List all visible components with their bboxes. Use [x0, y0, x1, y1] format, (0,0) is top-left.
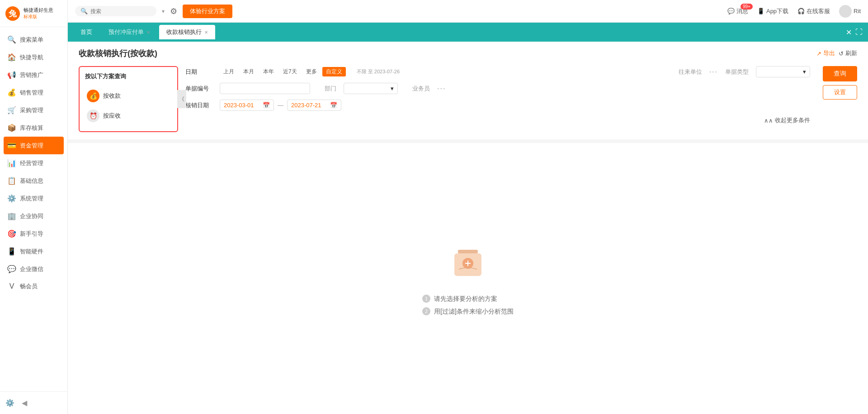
- tab-receivable-label: 收款核销执行: [166, 28, 202, 36]
- sidebar-item-member[interactable]: V 畅会员: [0, 278, 67, 295]
- date-opt-last-month[interactable]: 上月: [220, 67, 238, 76]
- sidebar-item-label: 企业微信: [20, 265, 43, 273]
- department-select[interactable]: ▾: [344, 83, 398, 94]
- sidebar-item-hardware[interactable]: 📱 智能硬件: [0, 243, 67, 260]
- writeoff-date-label: 核销日期: [185, 101, 212, 109]
- date-sub-text: 不限 至 2023-07-26: [357, 68, 400, 75]
- collapse-sidebar-icon[interactable]: ◀: [22, 399, 27, 407]
- collapse-more-button[interactable]: ∧∧ 收起更多条件: [764, 116, 810, 124]
- calendar-from-icon: 📅: [263, 102, 270, 109]
- sidebar-item-weixin[interactable]: 💬 企业微信: [0, 260, 67, 278]
- search-menu-icon: 🔍: [7, 35, 16, 44]
- tab-receivable-close-icon[interactable]: ✕: [204, 30, 208, 35]
- query-button[interactable]: 查询: [823, 66, 857, 81]
- query-option-by-receivable[interactable]: ⏰ 按应收: [85, 106, 172, 126]
- tab-close-window-icon[interactable]: ✕: [846, 28, 852, 37]
- content-area: 1 请先选择要分析的方案 2 用[过滤]条件来缩小分析范围: [68, 143, 868, 414]
- export-button[interactable]: ↗ 导出: [816, 49, 835, 57]
- sidebar-item-label: 系统管理: [20, 195, 43, 203]
- topbar-search-box[interactable]: 🔍: [75, 6, 156, 16]
- empty-illustration: [445, 240, 491, 285]
- sidebar-item-marketing[interactable]: 📢 营销推广: [0, 66, 67, 84]
- industry-solution-button[interactable]: 体验行业方案: [183, 5, 232, 18]
- hardware-icon: 📱: [7, 247, 16, 256]
- logo-text-block: 畅捷通好生意 标准版: [24, 7, 53, 20]
- sidebar: 兔 畅捷通好生意 标准版 🔍 搜索菜单 🏠 快捷导航 📢 营销推广 💰 销售管理…: [0, 0, 68, 414]
- avatar: [839, 5, 852, 18]
- doc-no-label: 单据编号: [185, 85, 212, 93]
- tab-home[interactable]: 首页: [73, 25, 99, 39]
- topbar-gear-icon[interactable]: ⚙: [170, 6, 177, 16]
- user-profile[interactable]: Rit: [839, 5, 861, 18]
- sidebar-item-basic-info[interactable]: 📋 基础信息: [0, 172, 67, 190]
- sidebar-item-label: 采购管理: [20, 106, 43, 114]
- sidebar-item-search-menu[interactable]: 🔍 搜索菜单: [0, 31, 67, 48]
- date-opt-custom[interactable]: 自定义: [322, 67, 346, 76]
- tab-receivable-offset[interactable]: 收款核销执行 ✕: [159, 25, 215, 39]
- doc-no-input[interactable]: [220, 83, 310, 94]
- date-opt-this-month[interactable]: 本月: [240, 67, 258, 76]
- date-options: 上月 本月 本年 近7天 更多 自定义: [220, 67, 346, 76]
- topbar-chevron-icon[interactable]: ▾: [162, 8, 165, 14]
- sidebar-item-quick-nav[interactable]: 🏠 快捷导航: [0, 48, 67, 66]
- writeoff-to-value: 2023-07-21: [291, 102, 321, 109]
- sidebar-item-enterprise[interactable]: 🏢 企业协同: [0, 207, 67, 225]
- writeoff-from-value: 2023-03-01: [224, 102, 254, 109]
- online-service-label: 在线客服: [807, 7, 830, 15]
- counterpart-dots[interactable]: ···: [709, 68, 718, 76]
- collapse-up-icon: ∧∧: [764, 117, 773, 124]
- filter-area: 按以下方案查询 💰 按收款 ⏰ 按应收 《 日期: [68, 59, 868, 139]
- filter-actions: 查询 设置: [823, 66, 857, 132]
- tabbar-right: ✕ ⛶: [846, 28, 863, 37]
- inventory-icon: 📦: [7, 124, 16, 132]
- tip-item-2: 2 用[过滤]条件来缩小分析范围: [422, 305, 514, 318]
- search-input[interactable]: [90, 8, 154, 14]
- operation-icon: 📊: [7, 159, 16, 167]
- date-opt-more[interactable]: 更多: [302, 67, 321, 76]
- online-service-button[interactable]: 🎧 在线客服: [797, 7, 830, 15]
- salesman-label: 业务员: [412, 85, 430, 93]
- collapse-chevron-icon: 《: [179, 95, 184, 103]
- service-icon: 🎧: [797, 8, 805, 14]
- sidebar-item-sales[interactable]: 💰 销售管理: [0, 84, 67, 101]
- sidebar-item-label: 销售管理: [20, 89, 43, 97]
- by-receivable-icon: ⏰: [87, 109, 99, 122]
- date-opt-7days[interactable]: 近7天: [279, 67, 301, 76]
- query-option-by-receipt[interactable]: 💰 按收款: [85, 86, 172, 106]
- doc-type-select[interactable]: ▾: [756, 66, 810, 77]
- sidebar-item-finance[interactable]: 💳 资金管理: [4, 137, 64, 154]
- salesman-dots[interactable]: ···: [437, 85, 446, 93]
- sidebar-item-label: 新手引导: [20, 230, 43, 238]
- by-receipt-label: 按收款: [103, 92, 121, 100]
- filter-settings-button[interactable]: 设置: [823, 85, 857, 100]
- sidebar-item-operation[interactable]: 📊 经营管理: [0, 154, 67, 172]
- date-range-separator: —: [278, 102, 283, 109]
- date-opt-this-year[interactable]: 本年: [259, 67, 278, 76]
- sales-icon: 💰: [7, 88, 16, 97]
- sidebar-item-label: 畅会员: [20, 282, 38, 290]
- writeoff-date-from-input[interactable]: 2023-03-01 📅: [220, 100, 274, 111]
- logo-app-name: 畅捷通好生意: [24, 7, 53, 14]
- sidebar-menu: 🔍 搜索菜单 🏠 快捷导航 📢 营销推广 💰 销售管理 🛒 采购管理 📦 库存核…: [0, 27, 67, 391]
- system-icon: ⚙️: [7, 194, 16, 203]
- sidebar-item-system[interactable]: ⚙️ 系统管理: [0, 190, 67, 207]
- dept-chevron-icon: ▾: [391, 85, 394, 92]
- empty-tips: 1 请先选择要分析的方案 2 用[过滤]条件来缩小分析范围: [422, 292, 514, 318]
- writeoff-date-range: 2023-03-01 📅 — 2023-07-21 📅: [220, 100, 341, 111]
- sidebar-bottom: ⚙️ ◀: [0, 391, 67, 414]
- message-button[interactable]: 💬 消息 99+: [727, 7, 748, 15]
- app-download-button[interactable]: 📱 App下载: [757, 7, 788, 15]
- tab-prepay-close-icon[interactable]: ✕: [146, 30, 150, 35]
- page-content: 收款核销执行(按收款) ↗ 导出 ↺ 刷新 按以下方案查询 💰 按收款: [68, 42, 868, 414]
- tab-prepay-list[interactable]: 预付冲应付单 ✕: [101, 25, 157, 39]
- sidebar-item-purchase[interactable]: 🛒 采购管理: [0, 101, 67, 119]
- refresh-button[interactable]: ↺ 刷新: [839, 49, 857, 57]
- tab-maximize-icon[interactable]: ⛶: [855, 28, 863, 36]
- writeoff-date-to-input[interactable]: 2023-07-21 📅: [287, 100, 341, 111]
- filter-form-wrapper: 日期 上月 本月 本年 近7天 更多 自定义 不限 至 2023-07-26 往…: [185, 66, 857, 132]
- sidebar-item-beginner[interactable]: 🎯 新手引导: [0, 225, 67, 243]
- settings-bottom-icon[interactable]: ⚙️: [5, 399, 14, 407]
- query-panel-collapse-button[interactable]: 《: [177, 90, 186, 108]
- finance-icon: 💳: [7, 141, 16, 150]
- sidebar-item-inventory[interactable]: 📦 库存核算: [0, 119, 67, 137]
